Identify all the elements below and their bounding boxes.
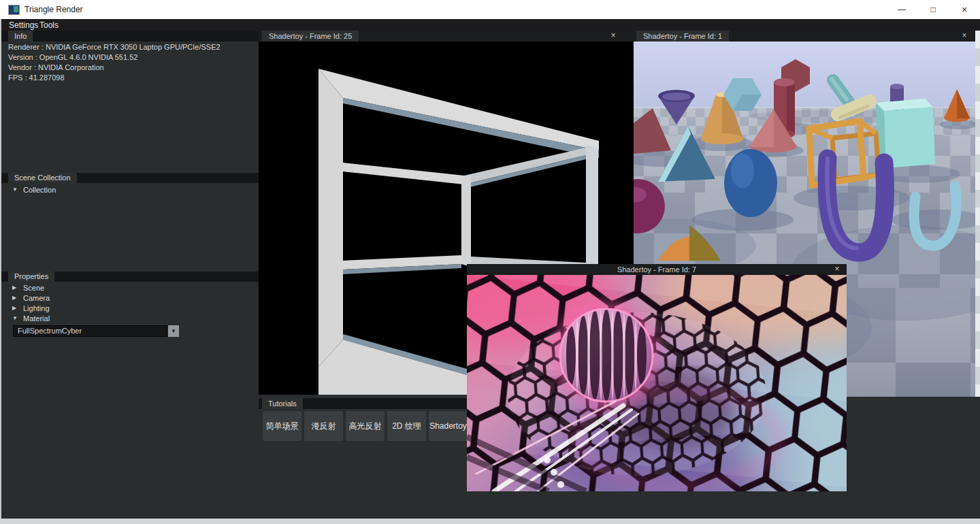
tree-item-label: Material <box>23 314 50 323</box>
floating-window-frame7[interactable]: Shadertoy - Frame Id: 7 × <box>467 264 847 491</box>
close-button[interactable]: × <box>949 0 980 19</box>
tree-item-camera[interactable]: ▶Camera <box>12 293 50 303</box>
app-icon <box>8 5 20 15</box>
tutorial-button-shadertoy[interactable]: Shadertoy <box>429 411 468 441</box>
tutorial-button-simple-scene[interactable]: 简单场景 <box>263 411 301 441</box>
info-tab-strip: Info <box>1 31 259 42</box>
dock-titlebar[interactable]: Shadertoy - Frame Id: 7 × <box>467 264 847 275</box>
minimize-button[interactable]: — <box>886 0 917 19</box>
dock-titlebar: Shadertoy - Frame Id: 25 × <box>259 31 634 42</box>
right-edge-gutter <box>975 31 980 397</box>
close-icon[interactable]: × <box>959 31 970 42</box>
os-titlebar: Triangle Render — □ × <box>0 0 980 19</box>
tree-item-label: Lighting <box>23 304 50 312</box>
left-panel: Info Renderer : NVIDIA GeForce RTX 3050 … <box>1 31 259 519</box>
info-version: Version : OpenGL 4.6.0 NVIDIA 551.52 <box>8 53 137 61</box>
scene-collection-tab-strip: Scene Collection <box>1 173 259 183</box>
menu-item-tools[interactable]: Tools <box>37 20 61 31</box>
dock-tab-frame1[interactable]: Shadertoy - Frame Id: 1 <box>636 31 729 42</box>
tree-expanded-icon: ▼ <box>12 185 23 195</box>
dock-tab-frame25[interactable]: Shadertoy - Frame Id: 25 <box>262 31 359 42</box>
dock-titlebar: Shadertoy - Frame Id: 1 × <box>634 31 975 42</box>
tree-item-collection[interactable]: ▼Collection <box>12 185 56 195</box>
tree-item-scene[interactable]: ▶Scene <box>12 283 44 293</box>
tree-item-label: Collection <box>23 186 56 194</box>
tree-expanded-icon: ▼ <box>12 314 23 323</box>
info-fps: FPS : 41.287098 <box>8 73 65 82</box>
properties-tab-strip: Properties <box>1 272 259 282</box>
viewport-frame7-hex-tunnel[interactable] <box>467 275 847 491</box>
tab-info[interactable]: Info <box>8 31 33 42</box>
tree-item-label: Scene <box>23 284 44 292</box>
maximize-button[interactable]: □ <box>917 0 949 19</box>
tree-collapsed-icon: ▶ <box>12 293 23 303</box>
menu-item-settings[interactable]: Settings <box>6 20 41 31</box>
tree-collapsed-icon: ▶ <box>12 304 23 313</box>
close-icon[interactable]: × <box>832 264 843 275</box>
menu-bar: Settings Tools <box>0 19 980 31</box>
tab-tutorials[interactable]: Tutorials <box>262 398 303 409</box>
tutorial-button-diffuse[interactable]: 漫反射 <box>304 411 343 441</box>
window-bottom-border <box>0 519 980 524</box>
dropdown-arrow-icon[interactable]: ▼ <box>168 325 179 337</box>
material-dropdown[interactable]: FullSpectrumCyber <box>13 325 167 337</box>
info-renderer: Renderer : NVIDIA GeForce RTX 3050 Lapto… <box>8 43 220 51</box>
tab-properties[interactable]: Properties <box>8 272 54 282</box>
window-title: Triangle Render <box>24 5 83 14</box>
dock-title-frame7: Shadertoy - Frame Id: 7 <box>617 265 696 274</box>
tutorial-button-2d-texture[interactable]: 2D 纹理 <box>387 411 426 441</box>
tab-scene-collection[interactable]: Scene Collection <box>8 173 77 183</box>
triangle-render-window: Triangle Render — □ × Settings Tools Inf… <box>0 0 980 524</box>
tree-item-label: Camera <box>23 294 50 302</box>
close-icon[interactable]: × <box>608 31 619 42</box>
tree-item-lighting[interactable]: ▶Lighting <box>12 304 50 313</box>
tree-item-material[interactable]: ▼Material <box>12 314 50 323</box>
tree-collapsed-icon: ▶ <box>12 283 23 293</box>
tutorial-button-specular[interactable]: 高光反射 <box>346 411 385 441</box>
info-vendor: Vendor : NVIDIA Corporation <box>8 63 104 71</box>
